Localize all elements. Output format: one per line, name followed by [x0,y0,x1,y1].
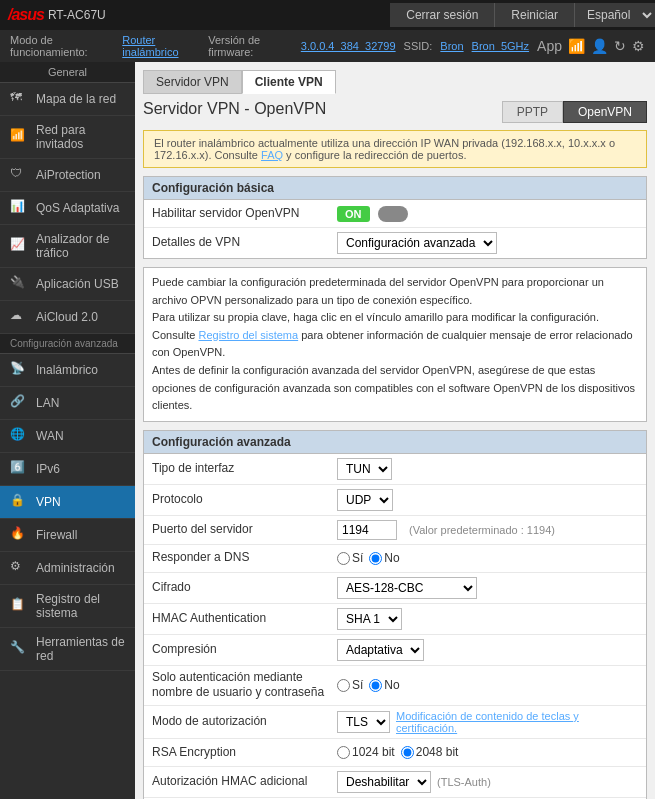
cipher-select[interactable]: AES-128-CBC [337,577,477,599]
auth-only-label: Solo autenticación mediante nombre de us… [152,670,337,701]
protocol-select[interactable]: UDP [337,489,393,511]
dns-si-label[interactable]: Sí [337,551,363,565]
refresh-icon[interactable]: ↻ [614,38,626,54]
protocol-label: Protocolo [152,492,337,508]
sidebar-label-aicloud: AiCloud 2.0 [36,310,98,324]
shield-icon: 🛡 [10,166,28,184]
advanced-config-section: Configuración avanzada Tipo de interfaz … [143,430,647,799]
info-line4: Antes de definir la configuración avanza… [152,362,638,415]
openvpn-button[interactable]: OpenVPN [563,101,647,123]
auth-only-si-radio[interactable] [337,679,350,692]
details-label: Detalles de VPN [152,235,337,251]
interface-label: Tipo de interfaz [152,461,337,477]
enable-row: Habilitar servidor OpenVPN ON [144,200,646,228]
info-line2: Para utilizar su propia clave, haga clic… [152,309,638,327]
sidebar-item-trafico[interactable]: 📈 Analizador de tráfico [0,225,135,268]
language-select[interactable]: Español [575,3,655,27]
vpn-icon: 🔒 [10,493,28,511]
sidebar-item-aicloud[interactable]: ☁ AiCloud 2.0 [0,301,135,334]
sidebar-item-registro[interactable]: 📋 Registro del sistema [0,585,135,628]
tab-cliente[interactable]: Cliente VPN [242,70,336,94]
wifi-icon[interactable]: 📶 [568,38,585,54]
cert-link[interactable]: Modificación de contenido de teclas y ce… [396,710,638,734]
log-icon: 📋 [10,597,28,615]
hmac-control: SHA 1 [337,608,638,630]
port-row: Puerto del servidor (Valor predeterminad… [144,516,646,545]
sidebar-label-inalambrico: Inalámbrico [36,363,98,377]
basic-config-section: Configuración básica Habilitar servidor … [143,176,647,259]
logout-button[interactable]: Cerrar sesión [390,3,495,27]
dns-control: Sí No [337,551,638,565]
hmac-select[interactable]: SHA 1 [337,608,402,630]
cipher-row: Cifrado AES-128-CBC [144,573,646,604]
auth-only-row: Solo autenticación mediante nombre de us… [144,666,646,706]
sidebar-label-usb: Aplicación USB [36,277,119,291]
header-buttons: Cerrar sesión Reiniciar Español [390,3,655,27]
sidebar-item-firewall[interactable]: 🔥 Firewall [0,519,135,552]
model-name: RT-AC67U [48,8,106,22]
sidebar-item-lan[interactable]: 🔗 LAN [0,387,135,420]
compress-row: Compresión Adaptativa [144,635,646,666]
compress-select[interactable]: Adaptativa [337,639,424,661]
port-input[interactable] [337,520,397,540]
sidebar-label-wan: WAN [36,429,64,443]
sidebar-item-red[interactable]: 🗺 Mapa de la red [0,83,135,116]
sidebar-item-qos[interactable]: 📊 QoS Adaptativa [0,192,135,225]
fw-value[interactable]: 3.0.0.4_384_32799 [301,40,396,52]
rsa-label: RSA Encryption [152,745,337,761]
rsa-2048-label[interactable]: 2048 bit [401,745,459,759]
sidebar-item-vpn[interactable]: 🔒 VPN [0,486,135,519]
traffic-icon: 📈 [10,237,28,255]
rsa-2048-radio[interactable] [401,746,414,759]
mode-value[interactable]: Router inalámbrico [122,34,200,58]
info-text-block: Puede cambiar la configuración predeterm… [143,267,647,422]
sidebar-item-wan[interactable]: 🌐 WAN [0,420,135,453]
sidebar-general-label: General [0,62,135,83]
ssid5-value[interactable]: Bron_5GHz [472,40,529,52]
rsa-1024-label[interactable]: 1024 bit [337,745,395,759]
hmac-add-select[interactable]: Deshabilitar [337,771,431,793]
dns-si-radio[interactable] [337,552,350,565]
ssid-value[interactable]: Bron [440,40,463,52]
details-select[interactable]: Configuración avanzada [337,232,497,254]
dns-row: Responder a DNS Sí No [144,545,646,573]
tools-icon: 🔧 [10,640,28,658]
hmac-add-row: Autorización HMAC adicional Deshabilitar… [144,767,646,798]
sidebar-label-lan: LAN [36,396,59,410]
sidebar-label-herramientas: Herramientas de red [36,635,125,663]
sidebar-advanced-label: Configuración avanzada [0,334,135,354]
person-icon[interactable]: 👤 [591,38,608,54]
port-control: (Valor predeterminado : 1194) [337,520,638,540]
pptp-button[interactable]: PPTP [502,101,563,123]
auth-only-si-label[interactable]: Sí [337,678,363,692]
sidebar-item-herramientas[interactable]: 🔧 Herramientas de red [0,628,135,671]
dns-no-radio[interactable] [369,552,382,565]
hmac-add-label: Autorización HMAC adicional [152,774,337,790]
registro-link[interactable]: Registro del sistema [198,329,298,341]
hmac-add-note: (TLS-Auth) [437,776,491,788]
interface-select[interactable]: TUN [337,458,392,480]
faq-link[interactable]: FAQ [261,149,283,161]
auth-only-no-radio[interactable] [369,679,382,692]
tab-servidor[interactable]: Servidor VPN [143,70,242,94]
auth-mode-row: Modo de autorización TLS Modificación de… [144,706,646,739]
sidebar-label-trafico: Analizador de tráfico [36,232,125,260]
sidebar-item-ipv6[interactable]: 6️⃣ IPv6 [0,453,135,486]
restart-button[interactable]: Reiniciar [495,3,575,27]
dns-no-label[interactable]: No [369,551,399,565]
rsa-control: 1024 bit 2048 bit [337,745,638,759]
sidebar-item-inalambrico[interactable]: 📡 Inalámbrico [0,354,135,387]
auth-only-no-label[interactable]: No [369,678,399,692]
toggle-on-button[interactable]: ON [337,206,370,222]
sidebar-item-aiprotection[interactable]: 🛡 AiProtection [0,159,135,192]
sidebar-item-invitados[interactable]: 📶 Red para invitados [0,116,135,159]
ssid-label: SSID: [404,40,433,52]
header: /asus RT-AC67U Cerrar sesión Reiniciar E… [0,0,655,30]
qos-icon: 📊 [10,199,28,217]
rsa-1024-radio[interactable] [337,746,350,759]
sidebar-item-usb[interactable]: 🔌 Aplicación USB [0,268,135,301]
settings-icon[interactable]: ⚙ [632,38,645,54]
sidebar-item-admin[interactable]: ⚙ Administración [0,552,135,585]
auth-mode-select[interactable]: TLS [337,711,390,733]
auth-mode-label: Modo de autorización [152,714,337,730]
